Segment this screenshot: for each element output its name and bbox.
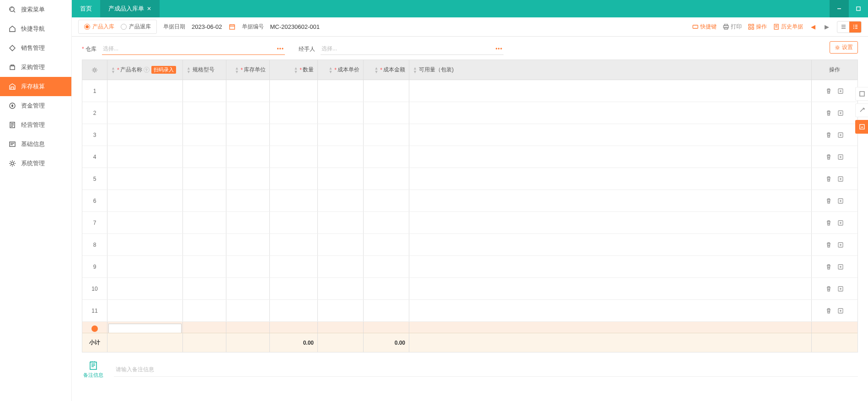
cell-name[interactable] bbox=[107, 256, 183, 277]
cell-amount[interactable] bbox=[364, 124, 409, 146]
cell-avail[interactable] bbox=[409, 124, 812, 146]
cell-qty[interactable] bbox=[270, 300, 318, 321]
cell-price[interactable] bbox=[318, 256, 364, 277]
cell-qty[interactable] bbox=[270, 146, 318, 168]
rail-btn-2[interactable] bbox=[855, 103, 868, 117]
sidebar-item-purchase[interactable]: 采购管理 bbox=[0, 58, 71, 77]
tab-home[interactable]: 首页 bbox=[72, 0, 100, 17]
delete-row-icon[interactable] bbox=[825, 154, 832, 160]
cell-spec[interactable] bbox=[183, 190, 226, 211]
cell-price[interactable] bbox=[318, 234, 364, 255]
rail-btn-1[interactable] bbox=[855, 87, 868, 101]
th-price[interactable]: ▲▼*成本单价 bbox=[318, 60, 364, 80]
cell-unit[interactable] bbox=[226, 278, 270, 299]
table-row[interactable]: 10 bbox=[82, 278, 857, 300]
cell-avail[interactable] bbox=[409, 278, 812, 299]
cell-name[interactable] bbox=[107, 278, 183, 299]
print-link[interactable]: 打印 bbox=[723, 23, 742, 31]
settings-button[interactable]: 设置 bbox=[830, 41, 858, 54]
view-detail-button[interactable] bbox=[849, 22, 861, 33]
cell-qty[interactable] bbox=[270, 190, 318, 211]
cell-avail[interactable] bbox=[409, 146, 812, 168]
cell-unit[interactable] bbox=[226, 190, 270, 211]
table-row[interactable]: 1 bbox=[82, 80, 857, 102]
add-row-icon[interactable] bbox=[837, 242, 844, 248]
table-row[interactable]: 8 bbox=[82, 234, 857, 256]
delete-row-icon[interactable] bbox=[825, 242, 832, 248]
close-icon[interactable]: ✕ bbox=[147, 5, 151, 12]
cell-avail[interactable] bbox=[409, 300, 812, 321]
sidebar-item-inventory[interactable]: 库存核算 bbox=[0, 77, 71, 96]
more-icon[interactable]: ••• bbox=[277, 46, 284, 52]
add-row-icon[interactable] bbox=[837, 132, 844, 138]
view-list-button[interactable] bbox=[837, 22, 849, 33]
radio-product-return[interactable]: 产品退库 bbox=[121, 23, 151, 31]
cell-amount[interactable] bbox=[364, 256, 409, 277]
cell-price[interactable] bbox=[318, 146, 364, 168]
delete-row-icon[interactable] bbox=[825, 264, 832, 270]
cell-unit[interactable] bbox=[226, 102, 270, 124]
cell-name[interactable] bbox=[107, 146, 183, 168]
sidebar-item-basicinfo[interactable]: 基础信息 bbox=[0, 135, 71, 154]
tab-product-in[interactable]: 产成品入库单 ✕ bbox=[100, 0, 160, 17]
maximize-button[interactable] bbox=[849, 0, 868, 17]
cell-qty[interactable] bbox=[270, 168, 318, 190]
radio-product-in[interactable]: 产品入库 bbox=[84, 23, 114, 31]
delete-row-icon[interactable] bbox=[825, 88, 832, 94]
cell-price[interactable] bbox=[318, 102, 364, 124]
cell-avail[interactable] bbox=[409, 234, 812, 255]
handler-input[interactable]: 选择... ••• bbox=[321, 43, 504, 55]
date-value[interactable]: 2023-06-02 bbox=[192, 23, 222, 30]
rail-btn-3[interactable] bbox=[855, 120, 868, 134]
cell-amount[interactable] bbox=[364, 168, 409, 190]
cell-spec[interactable] bbox=[183, 278, 226, 299]
help-icon[interactable]: ? bbox=[144, 67, 150, 73]
delete-row-icon[interactable] bbox=[825, 308, 832, 314]
cell-name[interactable] bbox=[107, 234, 183, 255]
cell-unit[interactable] bbox=[226, 124, 270, 146]
table-row[interactable]: 4 bbox=[82, 146, 857, 168]
add-row-icon[interactable] bbox=[837, 286, 844, 292]
add-row-icon[interactable] bbox=[837, 198, 844, 204]
sidebar-item-system[interactable]: 系统管理 bbox=[0, 154, 71, 173]
prev-arrow-icon[interactable]: ◀ bbox=[809, 23, 817, 30]
cell-amount[interactable] bbox=[364, 190, 409, 211]
sidebar-item-business[interactable]: 经营管理 bbox=[0, 115, 71, 135]
warehouse-input[interactable]: 选择... ••• bbox=[102, 43, 285, 55]
cell-qty[interactable] bbox=[270, 212, 318, 233]
table-row[interactable]: 11 bbox=[82, 300, 857, 322]
delete-row-icon[interactable] bbox=[825, 176, 832, 182]
cell-name[interactable] bbox=[107, 190, 183, 211]
delete-row-icon[interactable] bbox=[825, 220, 832, 226]
cell-avail[interactable] bbox=[409, 102, 812, 124]
cell-qty[interactable] bbox=[270, 124, 318, 146]
add-row-icon[interactable] bbox=[837, 88, 844, 94]
add-row-icon[interactable] bbox=[837, 264, 844, 270]
cell-unit[interactable] bbox=[226, 256, 270, 277]
cell-price[interactable] bbox=[318, 190, 364, 211]
th-qty[interactable]: ▲▼*数量 bbox=[270, 60, 318, 80]
cell-qty[interactable] bbox=[270, 102, 318, 124]
cell-price[interactable] bbox=[318, 168, 364, 190]
th-unit[interactable]: ▲▼*库存单位 bbox=[226, 60, 270, 80]
add-row-icon[interactable] bbox=[837, 154, 844, 160]
delete-row-icon[interactable] bbox=[825, 198, 832, 204]
cell-avail[interactable] bbox=[409, 80, 812, 102]
cell-spec[interactable] bbox=[183, 300, 226, 321]
cell-spec[interactable] bbox=[183, 124, 226, 146]
cell-avail[interactable] bbox=[409, 212, 812, 233]
add-row-icon[interactable] bbox=[837, 110, 844, 116]
cell-price[interactable] bbox=[318, 278, 364, 299]
th-index[interactable] bbox=[82, 60, 107, 80]
cell-avail[interactable] bbox=[409, 168, 812, 190]
cell-unit[interactable] bbox=[226, 234, 270, 255]
sidebar-item-sales[interactable]: 销售管理 bbox=[0, 38, 71, 58]
table-row[interactable]: 6 bbox=[82, 190, 857, 212]
remark-input[interactable] bbox=[114, 363, 858, 377]
cell-name[interactable] bbox=[107, 102, 183, 124]
cell-name[interactable] bbox=[107, 80, 183, 102]
cell-amount[interactable] bbox=[364, 300, 409, 321]
cell-spec[interactable] bbox=[183, 146, 226, 168]
delete-row-icon[interactable] bbox=[825, 286, 832, 292]
cell-price[interactable] bbox=[318, 124, 364, 146]
